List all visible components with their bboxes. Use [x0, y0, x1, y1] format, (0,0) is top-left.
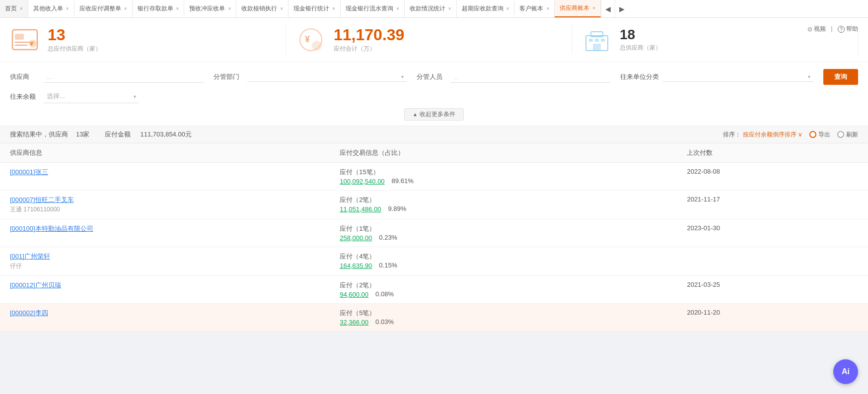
balance-filter-select[interactable]: 选择... ▾: [44, 90, 139, 103]
nav-tab-cash-flow[interactable]: 现金银行流水查询 ×: [341, 0, 405, 17]
result-actions: 排序： 按应付余额倒序排序 ∨ 导出 刷新: [723, 131, 858, 139]
tx-amount-2[interactable]: 11,051,486.00: [340, 205, 381, 213]
close-supplier-ledger-tab[interactable]: ×: [592, 5, 595, 11]
close-customer-ledger-tab[interactable]: ×: [546, 6, 549, 11]
refresh-label: 刷新: [846, 131, 858, 139]
nav-tab-home[interactable]: 首页 ×: [0, 0, 28, 17]
sort-arrow-icon: ∨: [798, 131, 802, 138]
supplier-cell-1: [000001]张三: [0, 163, 330, 191]
nav-tab-other-income[interactable]: 其他收入单 ×: [28, 0, 74, 17]
balance-placeholder: 选择...: [47, 92, 134, 101]
lastpay-cell-6: 2020-11-20: [677, 304, 868, 331]
tx-amount-3[interactable]: 258,000.00: [340, 234, 372, 242]
tx-amount-4[interactable]: 164,635.90: [340, 262, 372, 269]
close-cash-flow-tab[interactable]: ×: [396, 6, 399, 11]
payable-total-number: 11,170.39: [334, 27, 404, 43]
nav-tab-receipt-stat[interactable]: 收款情况统计 ×: [405, 0, 457, 17]
supplier-sub-2: 王通 17106110000: [10, 205, 320, 214]
nav-tab-prepay-ar[interactable]: 预收冲应收单 ×: [184, 0, 236, 17]
supplier-filter-input[interactable]: [44, 71, 204, 83]
result-prefix: 搜索结果中，供应商: [10, 131, 68, 138]
lastpay-cell-1: 2022-08-08: [677, 163, 868, 191]
video-link[interactable]: 视频: [814, 25, 826, 33]
person-filter-label: 分管人员: [417, 72, 446, 81]
last-pay-2: 2021-11-17: [687, 196, 720, 203]
tx-amount-5[interactable]: 94,600.00: [340, 291, 368, 298]
filter-dept: 分管部门 ▾: [214, 72, 407, 82]
close-cash-bank-stat-tab[interactable]: ×: [332, 6, 335, 11]
filter-row-1: 供应商 分管部门 ▾ 分管人员 往来单位分类 ▾ 查询: [10, 69, 858, 85]
payable-total-label: 应付合计（万）: [334, 45, 404, 53]
tx-cell-4: 应付（4笔） 164,635.90 0.15%: [330, 247, 677, 276]
tx-amount-6[interactable]: 32,366.00: [340, 319, 368, 326]
close-receipt-stat-tab[interactable]: ×: [448, 6, 451, 11]
help-icon: ?: [838, 26, 845, 33]
close-overdue-tab[interactable]: ×: [506, 6, 509, 11]
lastpay-cell-2: 2021-11-17: [677, 191, 868, 219]
nav-tab-payment-verify[interactable]: 收款核销执行 ×: [236, 0, 289, 17]
total-suppliers-label: 总供应商（家）: [620, 44, 661, 52]
nav-tab-customer-ledger[interactable]: 客户账本 ×: [514, 0, 555, 17]
nav-tab-overdue[interactable]: 超期应收款查询 ×: [457, 0, 515, 17]
dept-dropdown-icon: ▾: [401, 74, 404, 79]
collapse-button[interactable]: ▲ 收起更多条件: [404, 108, 464, 121]
close-payment-verify-tab[interactable]: ×: [280, 6, 283, 11]
total-suppliers-count: 18: [620, 28, 661, 42]
video-icon: ⊙: [807, 26, 812, 33]
close-ar-ap-adjust-tab[interactable]: ×: [124, 6, 127, 11]
supplier-link-3[interactable]: [000100]本特勤油品有限公司: [10, 224, 320, 233]
last-pay-6: 2020-11-20: [687, 309, 720, 316]
supplier-link-5[interactable]: [000012]广州贝瑞: [10, 281, 320, 290]
stats-header: ¥ 13 总应付供应商（家） ¥ 11,170.39 应付合计（万）: [0, 18, 868, 62]
person-filter-input[interactable]: [450, 71, 610, 83]
query-button[interactable]: 查询: [823, 69, 858, 85]
filter-area: 供应商 分管部门 ▾ 分管人员 往来单位分类 ▾ 查询: [0, 62, 868, 126]
table-row: [000001]张三 应付（15笔） 100,092,540.00 89.61%…: [0, 163, 868, 191]
nav-tab-bank-deposit[interactable]: 银行存取款单 ×: [133, 0, 185, 17]
category-filter-select[interactable]: ▾: [663, 72, 814, 82]
tx-label-6: 应付（5笔）: [340, 309, 667, 318]
th-supplier-info: 供应商信息: [0, 143, 330, 163]
tx-cell-6: 应付（5笔） 32,366.00 0.03%: [330, 304, 677, 331]
last-pay-5: 2021-03-25: [687, 281, 720, 288]
supplier-link-4[interactable]: [001]广州荣轩: [10, 252, 320, 261]
dept-filter-select[interactable]: ▾: [247, 72, 407, 82]
payable-icon: ¥: [10, 25, 40, 55]
th-tx-info: 应付交易信息（占比）: [330, 143, 677, 163]
supplier-link-6[interactable]: [000002]李四: [10, 309, 320, 318]
result-info: 搜索结果中，供应商13家 应付金额 111,703,854.00元: [10, 130, 200, 139]
nav-tab-cash-bank-stat[interactable]: 现金银行统计 ×: [289, 0, 341, 17]
tx-percent-1: 89.61%: [392, 177, 414, 185]
svg-point-8: [312, 41, 322, 51]
balance-dropdown-icon: ▾: [134, 94, 136, 99]
nav-prev-arrow[interactable]: ◀: [601, 0, 615, 17]
supplier-link-1[interactable]: [000001]张三: [10, 168, 320, 177]
category-dropdown-icon: ▾: [808, 74, 810, 79]
tx-amount-1[interactable]: 100,092,540.00: [340, 178, 384, 185]
tx-cell-5: 应付（2笔） 94,600.00 0.08%: [330, 276, 677, 304]
help-link[interactable]: 帮助: [846, 25, 858, 33]
close-bank-deposit-tab[interactable]: ×: [176, 6, 179, 11]
tx-label-3: 应付（1笔）: [340, 224, 667, 233]
filter-balance: 往来余额 选择... ▾: [10, 90, 139, 103]
refresh-icon: [837, 131, 844, 138]
close-other-income-tab[interactable]: ×: [66, 6, 69, 11]
close-home-tab[interactable]: ×: [20, 6, 23, 11]
supplier-link-2[interactable]: [000007]恒旺二手叉车: [10, 196, 320, 204]
close-prepay-ar-tab[interactable]: ×: [228, 6, 231, 11]
tx-label-4: 应付（4笔）: [340, 252, 667, 261]
lastpay-cell-4: [677, 247, 868, 276]
tx-percent-2: 9.89%: [388, 205, 406, 212]
nav-tab-supplier-ledger[interactable]: 供应商账本 ×: [555, 0, 601, 17]
refresh-action[interactable]: 刷新: [837, 131, 858, 139]
export-label: 导出: [818, 131, 830, 139]
table-area: 供应商信息 应付交易信息（占比） 上次付数 [000001]张三 应付（15笔）…: [0, 143, 868, 331]
filter-supplier: 供应商: [10, 71, 204, 83]
sort-value[interactable]: 按应付余额倒序排序: [743, 131, 796, 139]
filter-person: 分管人员: [417, 71, 610, 83]
th-last-pay: 上次付数: [677, 143, 868, 163]
nav-tab-ar-ap-adjust[interactable]: 应收应付调整单 ×: [74, 0, 133, 17]
export-action[interactable]: 导出: [809, 131, 830, 139]
nav-next-arrow[interactable]: ▶: [615, 0, 629, 17]
supplier-cell-6: [000002]李四: [0, 304, 330, 331]
